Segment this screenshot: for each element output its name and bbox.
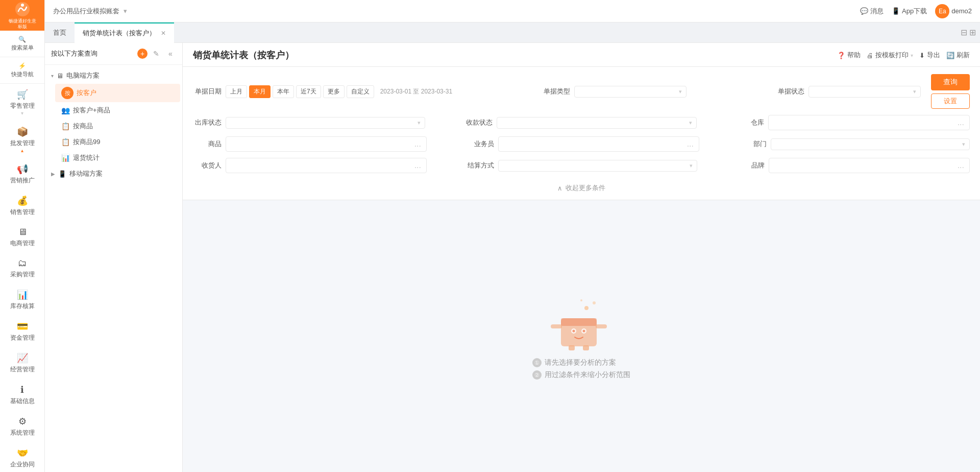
print-btn[interactable]: 🖨 按模板打印 ▾	[867, 51, 913, 60]
sidebar-item-sales-mgmt[interactable]: 💰 销售管理	[0, 190, 44, 222]
refresh-btn[interactable]: 🔄 刷新	[946, 51, 970, 60]
print-icon: 🖨	[867, 52, 873, 59]
bill-status-arrow: ▾	[913, 88, 916, 95]
user-menu[interactable]: Ea demo2	[935, 4, 972, 18]
sidebar-item-inventory[interactable]: 📊 库存核算	[0, 284, 44, 316]
sidebar-item-ecommerce[interactable]: 🖥 电商管理	[0, 222, 44, 253]
collapse-btn[interactable]: ∧ 收起更多条件	[557, 179, 605, 193]
export-icon: ⬇	[919, 52, 925, 59]
date-btn-custom[interactable]: 自定义	[347, 85, 374, 98]
message-btn[interactable]: 💬 消息	[860, 7, 884, 16]
wholesale-arrow: ▴	[21, 148, 23, 153]
tree-item-customer-product[interactable]: 👥 按客户+商品	[55, 103, 180, 118]
by-product-icon: 📋	[61, 122, 70, 130]
tree-item-by-product-99[interactable]: 📋 按商品99	[55, 134, 180, 150]
app-logo: 畅捷通好生意 标版	[0, 0, 44, 31]
print-dropdown-icon[interactable]: ▾	[911, 53, 913, 58]
message-icon: 💬	[860, 7, 868, 15]
sidebar-item-enterprise[interactable]: 🤝 企业协同	[0, 442, 44, 472]
sidebar-item-marketing[interactable]: 📢 营销推广	[0, 158, 44, 190]
sidebar-item-finance[interactable]: 💳 资金管理	[0, 316, 44, 347]
logo-icon	[11, 1, 34, 17]
enterprise-icon: 🤝	[17, 447, 28, 459]
refresh-icon: 🔄	[946, 52, 954, 59]
tab-home-label: 首页	[53, 28, 66, 37]
edit-scheme-btn[interactable]: ✎	[151, 48, 162, 59]
right-panel: 销货单统计表（按客户） ❓ 帮助 🖨 按模板打印 ▾ ⬇	[183, 43, 980, 472]
topbar-left: 办公用品行业模拟账套 ▾	[53, 7, 127, 16]
consignee-label: 收货人	[193, 161, 222, 170]
minimize-icon[interactable]: ⊟	[961, 28, 967, 37]
empty-icon-svg	[546, 293, 617, 354]
avatar: Ea	[935, 4, 949, 18]
retail-icon: 🛒	[17, 89, 28, 100]
export-btn[interactable]: ⬇ 导出	[919, 51, 940, 60]
left-panel-title: 按以下方案查询	[51, 49, 97, 58]
app-download-btn[interactable]: 📱 App下载	[892, 7, 927, 16]
bill-type-select[interactable]: ▾	[574, 86, 687, 98]
settings-btn[interactable]: 设置	[931, 93, 970, 109]
topbar-dropdown-icon[interactable]: ▾	[124, 7, 127, 15]
quick-nav-icon: ⚡	[18, 62, 26, 69]
marketing-icon: 📢	[17, 163, 28, 175]
brand-dots: ...	[958, 161, 964, 170]
date-btn-more[interactable]: 更多	[323, 85, 345, 98]
basic-icon: ℹ	[20, 384, 24, 395]
sidebar-item-quick-nav[interactable]: ⚡ 快捷导航	[0, 57, 44, 84]
filter-row-date: 单据日期 上月 本月 本年 近7天 更多 自定义 2023-03-01 至 20…	[193, 74, 970, 109]
wholesale-icon: 📦	[17, 126, 28, 137]
date-btn-this-year[interactable]: 本年	[273, 85, 294, 98]
help-btn[interactable]: ❓ 帮助	[837, 51, 861, 60]
sidebar: 畅捷通好生意 标版 🔍 搜索菜单 ⚡ 快捷导航 🛒 零售管理 ▾ 📦 批发管理 …	[0, 0, 45, 472]
sidebar-item-purchase[interactable]: 🗂 采购管理	[0, 253, 44, 284]
date-btn-last-7[interactable]: 近7天	[296, 85, 321, 98]
warehouse-input[interactable]: ...	[768, 115, 970, 130]
tab-close-icon[interactable]: ✕	[161, 30, 166, 37]
out-status-select[interactable]: ▾	[226, 117, 425, 129]
sidebar-item-search-menu[interactable]: 🔍 搜索菜单	[0, 31, 44, 57]
tree-mobile-root[interactable]: ▶ 📱 移动端方案	[45, 166, 182, 181]
sidebar-item-sys-mgmt[interactable]: ⚙ 系统管理	[0, 411, 44, 442]
dept-arrow: ▾	[962, 141, 965, 148]
sidebar-item-basic-info[interactable]: ℹ 基础信息	[0, 379, 44, 411]
salesperson-input[interactable]: ...	[498, 136, 699, 152]
main-content: ① 请先选择要分析的方案 ② 用过滤条件来缩小分析范围	[183, 200, 980, 472]
filter-row-4: 收货人 ... 结算方式 ▾ 品牌 ...	[193, 158, 970, 173]
date-btn-this-month[interactable]: 本月	[249, 85, 271, 98]
sidebar-item-retail-mgmt[interactable]: 🛒 零售管理 ▾	[0, 84, 44, 121]
salesperson-dots: ...	[687, 139, 694, 149]
tab-sales-stat[interactable]: 销货单统计表（按客户） ✕	[75, 22, 174, 43]
page-actions: ❓ 帮助 🖨 按模板打印 ▾ ⬇ 导出 🔄	[837, 51, 970, 60]
tree-item-return-stat[interactable]: 📊 退货统计	[55, 150, 180, 166]
tab-home[interactable]: 首页	[45, 22, 75, 43]
empty-text: ① 请先选择要分析的方案 ② 用过滤条件来缩小分析范围	[532, 358, 630, 380]
brand-label: 品牌	[736, 161, 765, 170]
dept-select[interactable]: ▾	[771, 138, 970, 150]
filter-area: 单据日期 上月 本月 本年 近7天 更多 自定义 2023-03-01 至 20…	[183, 67, 980, 200]
settlement-select[interactable]: ▾	[498, 160, 697, 172]
tree-desktop-root[interactable]: ▾ 🖥 电脑端方案	[45, 68, 182, 83]
sidebar-item-business[interactable]: 📈 经营管理	[0, 347, 44, 379]
consignee-input[interactable]: ...	[226, 158, 427, 173]
page-title: 销货单统计表（按客户）	[193, 49, 294, 61]
svg-rect-14	[596, 324, 607, 328]
left-panel-actions: + ✎ «	[137, 48, 176, 59]
edit-icon: ✎	[153, 50, 159, 58]
maximize-icon[interactable]: ⊞	[969, 28, 976, 37]
tree-item-by-customer[interactable]: 按 按客户	[55, 84, 180, 102]
collapse-up-icon: ∧	[557, 184, 562, 192]
receipt-status-arrow: ▾	[689, 120, 692, 126]
collapse-panel-btn[interactable]: «	[165, 48, 176, 59]
date-btn-last-month[interactable]: 上月	[226, 85, 247, 98]
search-btn[interactable]: 查询	[931, 74, 970, 90]
settlement-arrow: ▾	[690, 162, 693, 169]
tree-item-by-product[interactable]: 📋 按商品	[55, 119, 180, 134]
add-scheme-btn[interactable]: +	[137, 49, 148, 59]
page-header: 销货单统计表（按客户） ❓ 帮助 🖨 按模板打印 ▾ ⬇	[183, 43, 980, 67]
product-input[interactable]: ...	[226, 136, 427, 152]
receipt-status-select[interactable]: ▾	[497, 117, 696, 129]
svg-point-6	[573, 330, 575, 333]
bill-status-select[interactable]: ▾	[808, 86, 921, 98]
sidebar-item-wholesale-mgmt[interactable]: 📦 批发管理 ▴	[0, 121, 44, 158]
brand-input[interactable]: ...	[769, 158, 970, 173]
